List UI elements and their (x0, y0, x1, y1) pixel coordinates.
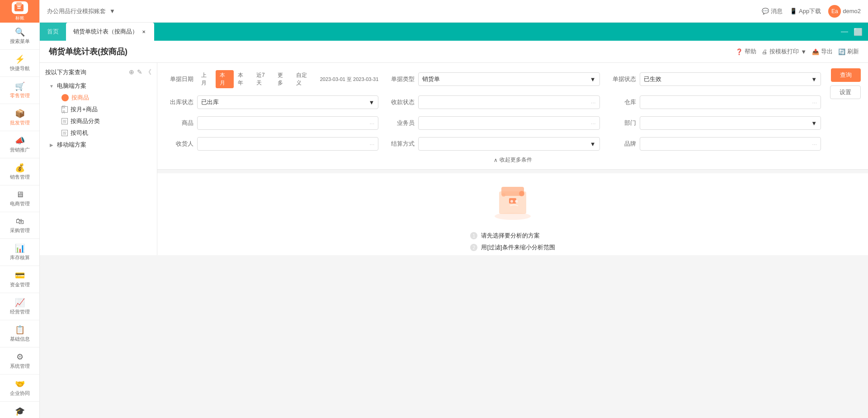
dept-select[interactable]: ▼ (640, 116, 821, 130)
receiver-dots: ··· (369, 141, 374, 147)
scheme-by-goods[interactable]: 按商品 (40, 92, 157, 104)
tip-text-1: 请先选择要分析的方案 (481, 232, 540, 240)
sidebar-item-4[interactable]: 📣营销推广 (0, 131, 39, 158)
sidebar-item-14[interactable]: 🎓新手引导 (0, 402, 39, 418)
tab-sales-stat[interactable]: 销货单统计表（按商品） ✕ (66, 23, 154, 41)
sidebar-item-0[interactable]: 🔍搜索菜单 (0, 23, 39, 50)
tab-home[interactable]: 首页 (40, 23, 66, 41)
left-panel: 按以下方案查询 ⊕ ✎ 《 ▼ 电脑端方案 (40, 63, 157, 255)
tree-group-mobile[interactable]: ▶ 移动端方案 (40, 139, 157, 151)
help-icon: ❓ (736, 48, 743, 55)
sidebar-label-1: 快捷导航 (10, 65, 30, 72)
sidebar-icon-3: 📦 (15, 109, 25, 119)
add-scheme-btn[interactable]: ⊕ (129, 68, 134, 76)
sidebar-label-12: 系统管理 (10, 363, 30, 370)
warehouse-dots: ··· (812, 99, 817, 106)
collapse-panel-btn[interactable]: 《 (145, 68, 151, 76)
sidebar-item-6[interactable]: 🖥电商管理 (0, 185, 39, 212)
export-btn[interactable]: 📤 导出 (812, 48, 833, 56)
date-tabs: 上月本月本年近7天更多自定义 (197, 70, 316, 88)
goods-dots: ··· (369, 120, 374, 127)
date-range-text: 2023-03-01 至 2023-03-31 (320, 76, 379, 83)
scheme-by-month-goods[interactable]: 按月 按月+商品 (40, 104, 157, 115)
print-btn[interactable]: 🖨 按模板打印 ▼ (762, 48, 807, 56)
user-area[interactable]: Ea demo2 (828, 5, 861, 18)
sidebar-item-7[interactable]: 🛍采购管理 (0, 212, 39, 239)
date-tab-近7天[interactable]: 近7天 (252, 70, 274, 88)
avatar: Ea (828, 5, 841, 18)
sidebar-label-7: 采购管理 (10, 227, 30, 234)
scheme-by-goods-label: 按商品 (71, 94, 89, 102)
app-download-icon: 📱 (790, 8, 797, 14)
setting-button[interactable]: 设置 (830, 86, 861, 99)
date-tab-自定义[interactable]: 自定义 (292, 70, 316, 88)
expand-icon-mobile: ▶ (49, 142, 54, 147)
sidebar-item-9[interactable]: 💳资金管理 (0, 266, 39, 293)
brand-input[interactable]: ··· (640, 137, 821, 151)
date-tab-上月[interactable]: 上月 (197, 70, 216, 88)
minimize-icon[interactable]: — (839, 26, 850, 38)
settlement-select[interactable]: ▼ (418, 137, 599, 151)
receiver-input[interactable]: ··· (197, 137, 378, 151)
sidebar-icon-9: 💳 (15, 271, 25, 280)
sidebar-item-11[interactable]: 📋基础信息 (0, 320, 39, 347)
sidebar: 标账 🔍搜索菜单⚡快捷导航🛒零售管理📦批发管理📣营销推广💰销售管理🖥电商管理🛍采… (0, 0, 40, 418)
maximize-icon[interactable]: ⬜ (852, 26, 864, 38)
sidebar-icon-11: 📋 (15, 325, 25, 335)
sidebar-item-10[interactable]: 📈经营管理 (0, 293, 39, 320)
payment-status-input[interactable]: ··· (418, 95, 599, 109)
goods-input[interactable]: ··· (197, 116, 378, 130)
date-tab-更多[interactable]: 更多 (274, 70, 292, 88)
doc-status-value: 已生效 (644, 75, 661, 83)
sidebar-icon-8: 📊 (15, 243, 25, 253)
export-label: 导出 (821, 48, 833, 56)
refresh-btn[interactable]: 🔄 刷新 (838, 48, 859, 56)
doc-status-label: 单据状态 (611, 75, 640, 83)
receiver-label: 收货人 (168, 140, 197, 148)
tab-close-btn[interactable]: ✕ (141, 28, 147, 35)
scheme-by-month-goods-icon: 按月 (61, 106, 68, 113)
sidebar-item-1[interactable]: ⚡快捷导航 (0, 50, 39, 77)
filter-brand: 品牌 ··· (607, 135, 825, 152)
help-btn[interactable]: ❓ 帮助 (736, 48, 756, 56)
salesman-input[interactable]: ··· (418, 116, 599, 130)
doc-type-select[interactable]: 销货单 ▼ (418, 72, 599, 86)
date-tab-本月[interactable]: 本月 (216, 70, 234, 88)
sidebar-item-8[interactable]: 📊库存核算 (0, 239, 39, 266)
export-icon: 📤 (812, 48, 819, 55)
logo-text: 标账 (15, 15, 24, 21)
sidebar-item-5[interactable]: 💰销售管理 (0, 158, 39, 185)
sidebar-item-3[interactable]: 📦批发管理 (0, 104, 39, 131)
empty-tip-1: 1 请先选择要分析的方案 (470, 232, 555, 240)
breadcrumb-sep: ▼ (109, 8, 115, 14)
warehouse-input[interactable]: ··· (640, 95, 821, 109)
sidebar-icon-2: 🛒 (15, 81, 25, 91)
scheme-by-category-label: 按商品分类 (71, 117, 100, 125)
sidebar-label-9: 资金管理 (10, 281, 30, 288)
scheme-by-category-icon: 按 (61, 118, 68, 124)
message-btn[interactable]: 💬 消息 (762, 7, 783, 15)
scheme-by-category[interactable]: 按 按商品分类 (40, 115, 157, 127)
tree-group-desktop[interactable]: ▼ 电脑端方案 (40, 80, 157, 92)
sidebar-item-12[interactable]: ⚙系统管理 (0, 347, 39, 375)
date-tab-本年[interactable]: 本年 (234, 70, 252, 88)
query-button[interactable]: 查询 (831, 68, 861, 82)
date-control: 上月本月本年近7天更多自定义 2023-03-01 至 2023-03-31 (197, 70, 378, 88)
filter-goods: 商品 ··· (165, 114, 382, 132)
query-btn-group: 查询 设置 (825, 68, 861, 99)
sidebar-label-8: 库存核算 (10, 254, 30, 261)
sidebar-item-2[interactable]: 🛒零售管理 (0, 77, 39, 104)
brand-dots: ··· (812, 141, 817, 147)
svg-rect-3 (17, 8, 21, 9)
collapse-more-btn[interactable]: ∧ 收起更多条件 (165, 156, 861, 164)
stock-status-select[interactable]: 已出库 ▼ (197, 95, 378, 109)
scheme-by-driver[interactable]: 按 按司机 (40, 127, 157, 139)
brand-label: 品牌 (611, 140, 640, 148)
filter-stock-status: 出库状态 已出库 ▼ (165, 94, 382, 111)
sidebar-icon-12: ⚙ (16, 352, 24, 362)
app-download-btn[interactable]: 📱 App下载 (790, 7, 821, 15)
sidebar-item-13[interactable]: 🤝企业协同 (0, 375, 39, 402)
doc-status-select[interactable]: 已生效 ▼ (640, 72, 821, 86)
edit-scheme-btn[interactable]: ✎ (137, 68, 142, 76)
collapse-label: 收起更多条件 (500, 156, 532, 164)
